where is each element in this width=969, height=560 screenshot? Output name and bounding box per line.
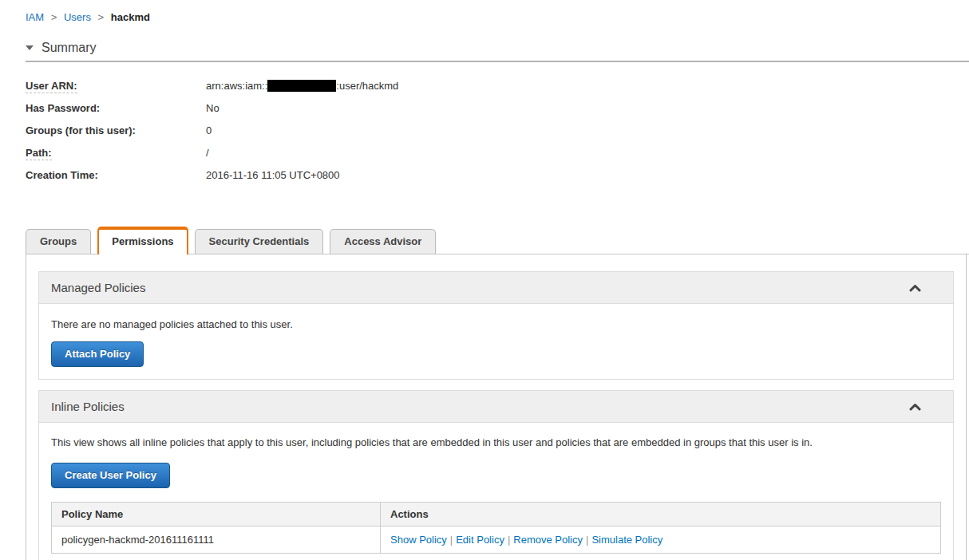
action-separator: |: [450, 534, 453, 546]
has-password-value: No: [206, 102, 220, 114]
user-arn-prefix: arn:aws:iam::: [206, 80, 267, 92]
policy-name-cell: policygen-hackmd-201611161111: [52, 526, 381, 554]
inline-policies-table: Policy Name Actions policygen-hackmd-201…: [51, 502, 941, 554]
managed-policies-empty-text: There are no managed policies attached t…: [51, 318, 941, 330]
path-label: Path:: [26, 147, 52, 160]
breadcrumb-separator: >: [98, 11, 105, 23]
breadcrumb-current-user: hackmd: [111, 11, 150, 23]
summary-fields: User ARN: arn:aws:iam:::user/hackmd Has …: [26, 74, 969, 186]
summary-divider: [26, 61, 969, 62]
edit-policy-link[interactable]: Edit Policy: [456, 534, 504, 546]
permissions-tab-panel: Managed Policies There are no managed po…: [26, 254, 967, 560]
column-header-policy-name: Policy Name: [52, 503, 381, 526]
creation-time-label: Creation Time:: [26, 169, 206, 181]
tab-permissions[interactable]: Permissions: [97, 227, 188, 254]
column-header-actions: Actions: [381, 503, 941, 526]
remove-policy-link[interactable]: Remove Policy: [513, 534, 583, 546]
table-header-row: Policy Name Actions: [52, 503, 941, 526]
breadcrumb-link-iam[interactable]: IAM: [26, 11, 44, 23]
groups-value: 0: [206, 124, 212, 136]
redacted-account-id: [267, 80, 336, 92]
user-arn-value: arn:aws:iam:::user/hackmd: [206, 80, 398, 92]
tab-bar: Groups Permissions Security Credentials …: [26, 227, 969, 254]
show-policy-link[interactable]: Show Policy: [390, 534, 447, 546]
chevron-up-icon[interactable]: [909, 284, 921, 292]
summary-row-has-password: Has Password: No: [26, 97, 969, 119]
create-user-policy-button[interactable]: Create User Policy: [51, 463, 170, 488]
policy-actions-cell: Show Policy|Edit Policy|Remove Policy|Si…: [381, 526, 941, 554]
inline-policies-body: This view shows all inline policies that…: [39, 423, 953, 560]
managed-policies-section: Managed Policies There are no managed po…: [38, 271, 954, 380]
summary-header: Summary: [26, 41, 969, 55]
breadcrumb-link-users[interactable]: Users: [64, 11, 91, 23]
summary-row-creation-time: Creation Time: 2016-11-16 11:05 UTC+0800: [26, 164, 969, 186]
action-separator: |: [586, 534, 588, 546]
user-arn-label: User ARN:: [26, 80, 77, 93]
tab-groups[interactable]: Groups: [26, 229, 91, 254]
managed-policies-title: Managed Policies: [51, 281, 145, 294]
breadcrumb: IAM > Users > hackmd: [26, 11, 969, 23]
has-password-label: Has Password:: [26, 102, 206, 114]
path-value: /: [206, 147, 209, 159]
creation-time-value: 2016-11-16 11:05 UTC+0800: [206, 169, 340, 181]
inline-policies-header: Inline Policies: [39, 391, 953, 423]
managed-policies-header: Managed Policies: [39, 272, 953, 304]
inline-policies-section: Inline Policies This view shows all inli…: [38, 390, 954, 560]
simulate-policy-link[interactable]: Simulate Policy: [591, 534, 662, 546]
tab-access-advisor[interactable]: Access Advisor: [330, 229, 436, 254]
inline-policies-description: This view shows all inline policies that…: [51, 436, 941, 448]
managed-policies-body: There are no managed policies attached t…: [39, 304, 953, 379]
summary-row-path: Path: /: [26, 141, 969, 164]
groups-label: Groups (for this user):: [26, 124, 206, 136]
summary-title: Summary: [42, 41, 96, 55]
action-separator: |: [508, 534, 510, 546]
collapse-triangle-icon[interactable]: [26, 45, 34, 50]
user-arn-suffix: :user/hackmd: [336, 80, 398, 92]
table-row: policygen-hackmd-201611161111 Show Polic…: [52, 526, 941, 554]
tab-security-credentials[interactable]: Security Credentials: [195, 229, 324, 254]
summary-row-user-arn: User ARN: arn:aws:iam:::user/hackmd: [26, 74, 969, 97]
chevron-up-icon[interactable]: [909, 403, 921, 411]
inline-policies-title: Inline Policies: [51, 400, 125, 413]
attach-policy-button[interactable]: Attach Policy: [51, 341, 144, 367]
summary-row-groups: Groups (for this user): 0: [26, 119, 969, 141]
breadcrumb-separator: >: [51, 11, 57, 23]
